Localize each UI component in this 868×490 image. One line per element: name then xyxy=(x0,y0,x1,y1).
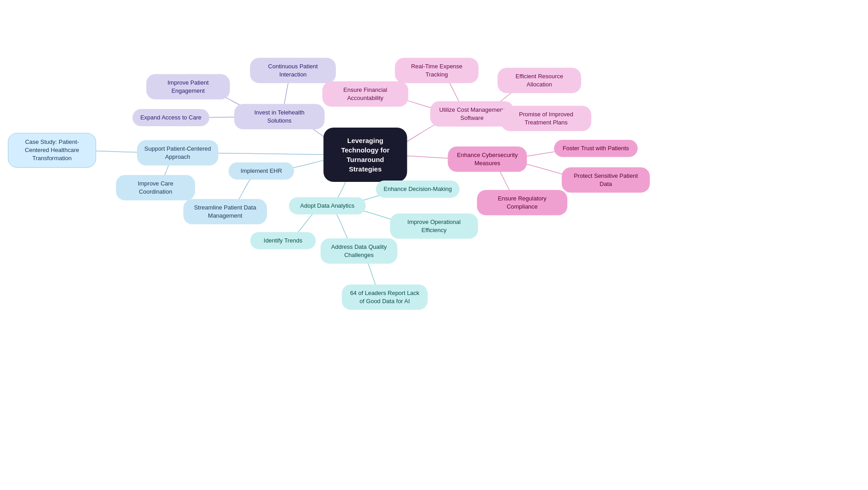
node-invest[interactable]: Invest in Telehealth Solutions xyxy=(234,104,325,129)
node-foster[interactable]: Foster Trust with Patients xyxy=(554,140,638,157)
node-expand[interactable]: Expand Access to Care xyxy=(132,109,209,126)
node-adopt[interactable]: Adopt Data Analytics xyxy=(289,197,366,214)
node-support[interactable]: Support Patient-Centered Approach xyxy=(137,140,218,166)
node-streamline[interactable]: Streamline Patient Data Management xyxy=(184,199,267,224)
node-ensure_fin[interactable]: Ensure Financial Accountability xyxy=(322,81,408,107)
node-efficient[interactable]: Efficient Resource Allocation xyxy=(498,68,581,93)
node-identify[interactable]: Identify Trends xyxy=(250,232,316,249)
node-improve_op[interactable]: Improve Operational Efficiency xyxy=(390,214,478,239)
node-enhance_dm[interactable]: Enhance Decision-Making xyxy=(376,181,460,198)
node-address[interactable]: Address Data Quality Challenges xyxy=(321,238,397,264)
node-improve_care[interactable]: Improve Care Coordination xyxy=(116,175,195,200)
node-protect[interactable]: Protect Sensitive Patient Data xyxy=(562,167,650,193)
node-improve_eng[interactable]: Improve Patient Engagement xyxy=(146,74,230,100)
node-leaders[interactable]: 64 of Leaders Report Lack of Good Data f… xyxy=(342,285,428,310)
center-node[interactable]: Leveraging Technology for Turnaround Str… xyxy=(324,128,407,182)
node-case_study[interactable]: Case Study: Patient-Centered Healthcare … xyxy=(8,133,96,168)
node-ensure_reg[interactable]: Ensure Regulatory Compliance xyxy=(477,190,567,215)
node-implement[interactable]: Implement EHR xyxy=(229,162,294,180)
node-continuous[interactable]: Continuous Patient Interaction xyxy=(250,58,336,83)
node-real_time[interactable]: Real-Time Expense Tracking xyxy=(395,58,479,83)
mindmap-container: Leveraging Technology for Turnaround Str… xyxy=(0,0,868,490)
node-promise[interactable]: Promise of Improved Treatment Plans xyxy=(501,106,591,131)
node-enhance_cyber[interactable]: Enhance Cybersecurity Measures xyxy=(448,147,527,172)
